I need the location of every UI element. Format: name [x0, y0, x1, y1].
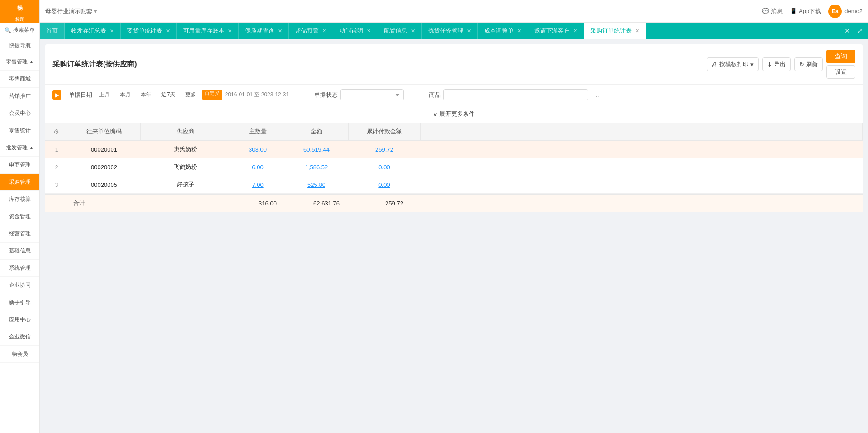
sidebar-item-system[interactable]: 系统管理 [0, 260, 39, 277]
tab-purchase-stats[interactable]: 采购订单统计表 ✕ [584, 23, 646, 39]
row-3-paid[interactable]: 0.00 [348, 176, 420, 194]
th-settings: ⚙ [45, 123, 68, 141]
logo-icon: 畅 [12, 0, 28, 15]
th-empty [420, 123, 863, 141]
row-2-code: 00020002 [68, 158, 140, 176]
row-3-qty[interactable]: 7.00 [231, 176, 285, 194]
tab-shelf-life-close[interactable]: ✕ [278, 28, 282, 34]
app-download-button[interactable]: 📱 App下载 [790, 7, 821, 15]
tab-home-label: 首页 [46, 27, 58, 35]
sidebar-item-member[interactable]: 会员中心 [0, 105, 39, 122]
sidebar-item-basic[interactable]: 基础信息 [0, 243, 39, 260]
sidebar-item-retail-label: 零售管理 [6, 58, 28, 66]
tab-overstock-close[interactable]: ✕ [322, 28, 326, 34]
settings-button[interactable]: 设置 [826, 65, 855, 79]
row-1-amount[interactable]: 60,519.44 [285, 141, 348, 158]
tabbar: 首页 收发存汇总表 ✕ 要货单统计表 ✕ 可用量库存账本 ✕ 保质期查询 ✕ 超… [40, 23, 868, 39]
tab-collect-label: 收发存汇总表 [71, 27, 106, 35]
tab-inventory[interactable]: 可用量库存账本 ✕ [177, 23, 239, 39]
tab-inventory-close[interactable]: ✕ [228, 28, 232, 34]
sidebar-item-wholesale[interactable]: 批发管理 ▲ [0, 139, 39, 157]
expand-conditions-button[interactable]: ∨ 展开更多条件 [433, 107, 475, 121]
date-btn-7days[interactable]: 近7天 [157, 90, 179, 100]
goods-filter-label: 商品 [429, 91, 441, 99]
date-btn-this-month[interactable]: 本月 [116, 90, 135, 100]
page: 采购订单统计表(按供应商) 🖨 按模板打印 ▾ ⬇ 导出 ↻ 刷新 查询 设置 [40, 39, 868, 433]
tab-close-all-button[interactable]: ✕ [843, 25, 852, 36]
tab-help-close[interactable]: ✕ [367, 28, 371, 34]
tab-cost[interactable]: 成本调整单 ✕ [478, 23, 528, 39]
sidebar-shortcut[interactable]: 快捷导航 [0, 38, 39, 53]
tab-collect[interactable]: 收发存汇总表 ✕ [65, 23, 121, 39]
status-select[interactable] [340, 89, 404, 100]
goods-input[interactable] [443, 89, 588, 100]
sidebar-item-enterprise[interactable]: 企业协同 [0, 277, 39, 294]
chevron-down-icon-expand: ∨ [433, 111, 438, 118]
sidebar-item-ecommerce[interactable]: 电商管理 [0, 157, 39, 174]
sidebar-item-inventory-check[interactable]: 库存核算 [0, 191, 39, 208]
row-1-index: 1 [45, 141, 68, 158]
row-1-paid[interactable]: 259.72 [348, 141, 420, 158]
sidebar-item-wechat[interactable]: 企业微信 [0, 328, 39, 346]
export-button[interactable]: ⬇ 导出 [762, 57, 791, 71]
filter-toggle-button[interactable]: ▶ [52, 90, 61, 100]
template-print-button[interactable]: 🖨 按模板打印 ▾ [707, 57, 759, 71]
query-button[interactable]: 查询 [826, 50, 855, 63]
tab-home[interactable]: 首页 [40, 23, 65, 39]
tab-overstock-label: 超储预警 [295, 27, 319, 35]
row-2-amount[interactable]: 1,586.52 [285, 158, 348, 176]
refresh-button[interactable]: ↻ 刷新 [794, 57, 823, 71]
row-3-amount[interactable]: 525.80 [285, 176, 348, 194]
sidebar-item-marketing[interactable]: 营销推广 [0, 88, 39, 105]
more-options-icon[interactable]: … [593, 91, 600, 99]
sidebar-item-finance[interactable]: 资金管理 [0, 208, 39, 225]
sidebar-item-retail-store[interactable]: 零售商城 [0, 71, 39, 88]
tab-goods-stats[interactable]: 要货单统计表 ✕ [121, 23, 177, 39]
sidebar-item-guide[interactable]: 新手引导 [0, 294, 39, 311]
tab-shelf-life[interactable]: 保质期查询 ✕ [239, 23, 289, 39]
tab-config[interactable]: 配置信息 ✕ [377, 23, 422, 39]
sidebar-item-vip[interactable]: 畅会员 [0, 346, 39, 363]
tabbar-end: ✕ ⤢ [843, 25, 868, 36]
row-3-index: 3 [45, 176, 68, 194]
tab-maximize-button[interactable]: ⤢ [855, 25, 864, 36]
sidebar-item-retail[interactable]: 零售管理 ▲ [0, 53, 39, 71]
sidebar-item-purchase[interactable]: 采购管理 [0, 174, 39, 191]
tab-config-close[interactable]: ✕ [411, 28, 415, 34]
table-header-row: ⚙ 往来单位编码 供应商 主数量 金额 累计付款金额 [45, 123, 863, 141]
date-btn-last-month[interactable]: 上月 [95, 90, 114, 100]
sidebar-item-operations[interactable]: 经营管理 [0, 225, 39, 243]
row-1-qty[interactable]: 303.00 [231, 141, 285, 158]
chevron-down-icon-print: ▾ [750, 61, 754, 68]
user-menu[interactable]: Ea demo2 [828, 5, 863, 18]
page-header: 采购订单统计表(按供应商) 🖨 按模板打印 ▾ ⬇ 导出 ↻ 刷新 查询 设置 [45, 44, 863, 85]
tab-invite[interactable]: 邀请下游客户 ✕ [528, 23, 584, 39]
app-logo[interactable]: 畅 标题 [0, 0, 39, 23]
tab-task-close[interactable]: ✕ [467, 28, 471, 34]
tab-task[interactable]: 拣货任务管理 ✕ [422, 23, 478, 39]
table-footer: 合计 316.00 62,631.76 259.72 [45, 194, 863, 212]
date-btn-more[interactable]: 更多 [181, 90, 200, 100]
sidebar-item-app-center[interactable]: 应用中心 [0, 311, 39, 328]
tab-task-label: 拣货任务管理 [428, 27, 463, 35]
username: demo2 [844, 8, 863, 14]
row-2-paid[interactable]: 0.00 [348, 158, 420, 176]
sidebar-item-retail-store-label: 零售商城 [9, 75, 31, 83]
sidebar-item-wechat-label: 企业微信 [9, 333, 31, 341]
tab-goods-stats-close[interactable]: ✕ [166, 28, 170, 34]
tab-overstock[interactable]: 超储预警 ✕ [289, 23, 333, 39]
sidebar-search[interactable]: 🔍 搜索菜单 [0, 23, 39, 38]
date-btn-this-year[interactable]: 本年 [137, 90, 156, 100]
breadcrumb: 母婴行业演示账套 ▾ [45, 7, 756, 15]
column-settings-icon[interactable]: ⚙ [53, 128, 59, 135]
tab-help[interactable]: 功能说明 ✕ [333, 23, 377, 39]
tab-cost-close[interactable]: ✕ [517, 28, 521, 34]
row-2-qty[interactable]: 6.00 [231, 158, 285, 176]
row-2-empty [420, 158, 863, 176]
tab-collect-close[interactable]: ✕ [110, 28, 114, 34]
tab-invite-close[interactable]: ✕ [573, 28, 577, 34]
message-button[interactable]: 💬 消息 [762, 7, 783, 15]
date-filter-label: 单据日期 [69, 91, 92, 99]
sidebar-item-retail-stats[interactable]: 零售统计 [0, 122, 39, 139]
tab-purchase-stats-close[interactable]: ✕ [635, 28, 639, 34]
